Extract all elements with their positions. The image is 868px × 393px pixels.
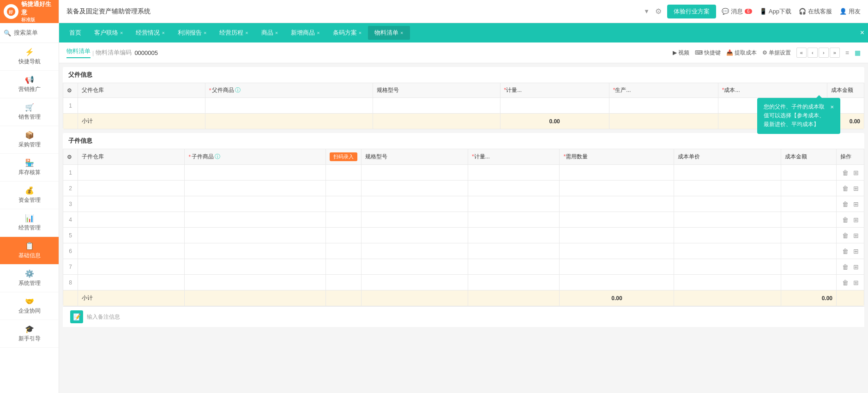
child-row-3-warehouse[interactable] [78,196,185,212]
child-row-8-qty[interactable] [560,275,674,290]
topbar-dropdown-icon[interactable]: ▼ [644,8,650,15]
child-row-7-warehouse[interactable] [78,259,185,275]
child-row-2-delete-btn[interactable]: 🗑 [841,184,850,193]
child-row-6-qty[interactable] [560,243,674,259]
tab-profit[interactable]: 利润报告 × [171,26,213,40]
trial-btn[interactable]: 体验行业方案 [667,5,716,18]
child-row-5-copy-btn[interactable]: ⊞ [852,231,860,240]
extract-cost-action[interactable]: 📥 提取成本 [726,49,757,57]
child-row-4-delete-btn[interactable]: 🗑 [841,216,850,224]
parent-row-1-measure[interactable] [500,98,609,114]
tab-history-close[interactable]: × [245,30,248,36]
child-row-4-copy-btn[interactable]: ⊞ [852,216,860,224]
online-service-item[interactable]: 🎧 在线客服 [799,7,832,16]
child-row-1-product[interactable] [185,165,326,181]
child-row-6-amount[interactable] [781,243,837,259]
tab-new-goods[interactable]: 新增商品 × [284,26,326,40]
child-row-1-qty[interactable] [560,165,674,181]
child-row-5-unit-cost[interactable] [674,228,781,243]
tab-home[interactable]: 首页 [63,26,88,40]
child-row-2-spec[interactable] [361,181,468,196]
child-row-5-warehouse[interactable] [78,228,185,243]
parent-row-1-warehouse[interactable] [78,98,205,114]
child-row-5-measure[interactable] [468,228,560,243]
sidebar-item-basic[interactable]: 📋基础信息 [0,237,59,265]
child-row-4-amount[interactable] [781,212,837,228]
child-th-gear[interactable]: ⚙ [63,149,78,165]
child-row-3-spec[interactable] [361,196,468,212]
child-row-7-copy-btn[interactable]: ⊞ [852,263,860,271]
child-row-4-measure[interactable] [468,212,560,228]
child-row-2-measure[interactable] [468,181,560,196]
child-row-7-spec[interactable] [361,259,468,275]
parent-th-gear[interactable]: ⚙ [63,83,78,98]
child-row-5-qty[interactable] [560,228,674,243]
child-row-1-amount[interactable] [781,165,837,181]
sidebar-item-enterprise[interactable]: 🤝企业协同 [0,292,59,320]
child-row-8-delete-btn[interactable]: 🗑 [841,278,850,287]
child-row-7-qty[interactable] [560,259,674,275]
parent-row-1-spec[interactable] [373,98,500,114]
child-row-3-product[interactable] [185,196,326,212]
child-row-1-delete-btn[interactable]: 🗑 [841,169,850,177]
tab-bom[interactable]: 物料清单 × [368,26,410,40]
parent-row-1-produce[interactable] [609,98,718,114]
child-row-8-amount[interactable] [781,275,837,290]
view-action[interactable]: ▶ 视频 [673,49,689,57]
child-row-2-unit-cost[interactable] [674,181,781,196]
child-row-6-copy-btn[interactable]: ⊞ [852,247,860,255]
child-row-1-warehouse[interactable] [78,165,185,181]
tab-barcode[interactable]: 条码方案 × [326,26,368,40]
prev-first-btn[interactable]: « [796,48,807,58]
sidebar-item-finance[interactable]: 💰资金管理 [0,181,59,209]
child-row-1-copy-btn[interactable]: ⊞ [852,169,860,177]
sidebar-search-btn[interactable]: 🔍 搜索菜单 [4,27,55,39]
shortcut-action[interactable]: ⌨ 快捷键 [695,49,721,57]
child-row-6-warehouse[interactable] [78,243,185,259]
tab-bom-close[interactable]: × [400,30,403,36]
tab-profit-close[interactable]: × [204,30,206,36]
child-row-8-measure[interactable] [468,275,560,290]
tab-goods[interactable]: 商品 × [255,26,284,40]
sidebar-item-sales[interactable]: 🛒销售管理 [0,98,59,126]
message-item[interactable]: 💬 消息 6 [722,7,752,16]
parent-row-1-product[interactable] [205,98,373,114]
child-row-4-spec[interactable] [361,212,468,228]
child-row-1-measure[interactable] [468,165,560,181]
child-row-7-delete-btn[interactable]: 🗑 [841,263,850,271]
child-row-5-spec[interactable] [361,228,468,243]
tab-operation[interactable]: 经营情况 × [129,26,171,40]
scan-btn[interactable]: 扫码录入 [330,152,357,161]
child-row-2-copy-btn[interactable]: ⊞ [852,184,860,193]
child-row-3-amount[interactable] [781,196,837,212]
tab-goods-close[interactable]: × [275,30,278,36]
tab-customer[interactable]: 客户联络 × [88,26,129,40]
child-row-1-unit-cost[interactable] [674,165,781,181]
child-row-6-spec[interactable] [361,243,468,259]
child-row-6-delete-btn[interactable]: 🗑 [841,247,850,255]
sidebar-item-operation[interactable]: 📊经营管理 [0,209,59,237]
sidebar-item-purchase[interactable]: 📦采购管理 [0,126,59,154]
child-row-1-spec[interactable] [361,165,468,181]
tab-customer-close[interactable]: × [120,30,123,36]
child-row-4-qty[interactable] [560,212,674,228]
child-row-7-unit-cost[interactable] [674,259,781,275]
child-row-5-delete-btn[interactable]: 🗑 [841,231,850,240]
child-row-5-product[interactable] [185,228,326,243]
child-row-2-warehouse[interactable] [78,181,185,196]
sidebar-item-marketing[interactable]: 📢营销推广 [0,71,59,98]
child-row-3-delete-btn[interactable]: 🗑 [841,200,850,208]
child-row-2-product[interactable] [185,181,326,196]
child-row-6-product[interactable] [185,243,326,259]
child-row-3-unit-cost[interactable] [674,196,781,212]
tab-barcode-close[interactable]: × [359,30,362,36]
next-btn[interactable]: › [819,48,829,58]
child-row-3-measure[interactable] [468,196,560,212]
child-row-4-unit-cost[interactable] [674,212,781,228]
child-row-5-amount[interactable] [781,228,837,243]
child-row-7-amount[interactable] [781,259,837,275]
user-item[interactable]: 👤 用友 [839,7,861,16]
child-row-7-product[interactable] [185,259,326,275]
child-row-6-unit-cost[interactable] [674,243,781,259]
sidebar-item-inventory[interactable]: 🏪库存核算 [0,154,59,181]
